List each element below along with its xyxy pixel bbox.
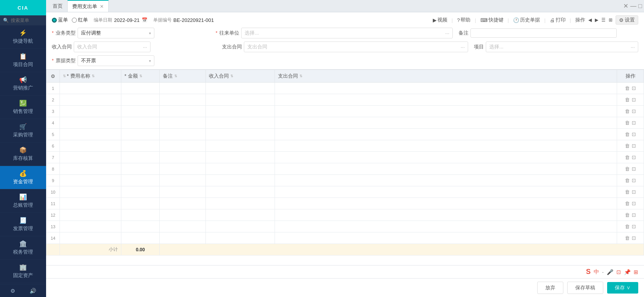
sidebar-item-fixed-assets[interactable]: 🏢固定资产	[0, 260, 46, 283]
remark-cell-5[interactable]	[160, 129, 206, 140]
remark-cell-10[interactable]	[160, 186, 206, 198]
delete-icon-9[interactable]: 🗑	[625, 178, 630, 183]
sidebar-item-purchase-mgmt[interactable]: 🛒采购管理	[0, 119, 46, 143]
remark-cell-7[interactable]	[160, 152, 206, 163]
remark-cell-13[interactable]	[160, 221, 206, 232]
party-dots[interactable]: ···	[445, 30, 449, 36]
expense-contract-cell-3[interactable]	[275, 106, 617, 117]
nav-prev-btn[interactable]: ◀	[588, 17, 592, 23]
remark-cell-1[interactable]	[160, 83, 206, 94]
sidebar-item-ledger-mgmt[interactable]: 📊总账管理	[0, 189, 46, 213]
expense-name-cell-1[interactable]	[60, 83, 121, 94]
remark-cell-6[interactable]	[160, 140, 206, 152]
income-contract-cell-2[interactable]	[206, 94, 275, 106]
expense-name-cell-4[interactable]	[60, 117, 121, 129]
remark-cell-8[interactable]	[160, 163, 206, 175]
shortcut-grid-icon[interactable]: ⊞	[634, 269, 638, 275]
expense-contract-cell-6[interactable]	[275, 140, 617, 152]
window-minimize-icon[interactable]: —	[630, 3, 636, 10]
tab-home[interactable]: 首页	[48, 0, 68, 12]
income-contract-cell-14[interactable]	[206, 232, 275, 244]
delete-icon-4[interactable]: 🗑	[625, 120, 630, 126]
income-contract-cell-10[interactable]	[206, 186, 275, 198]
delete-icon-2[interactable]: 🗑	[625, 97, 630, 103]
sidebar-item-quick-nav[interactable]: ⚡快捷导航	[0, 25, 46, 49]
delete-icon-14[interactable]: 🗑	[625, 235, 630, 241]
table-settings-icon[interactable]: ⚙	[51, 73, 55, 79]
shortcut-mic-icon[interactable]: 🎤	[607, 269, 613, 275]
income-contract-cell-13[interactable]	[206, 221, 275, 232]
tab-close-expense-form[interactable]: ✕	[100, 4, 104, 9]
expense-name-cell-5[interactable]	[60, 129, 121, 140]
save-draft-button[interactable]: 保存草稿	[567, 282, 603, 294]
copy-icon-4[interactable]: ⊡	[632, 120, 636, 126]
remark-cell-14[interactable]	[160, 232, 206, 244]
delete-icon-3[interactable]: 🗑	[625, 108, 630, 114]
amount-cell-14[interactable]	[121, 232, 160, 244]
help-btn[interactable]: ? 帮助	[457, 17, 470, 23]
delete-icon-11[interactable]: 🗑	[625, 201, 630, 206]
sort-icon-expense[interactable]: ⇅	[63, 74, 66, 78]
copy-icon-3[interactable]: ⊡	[632, 108, 636, 114]
expense-contract-cell-9[interactable]	[275, 175, 617, 186]
income-contract-cell-7[interactable]	[206, 152, 275, 163]
amount-cell-6[interactable]	[121, 140, 160, 152]
sidebar-search-area[interactable]: 🔍	[0, 15, 46, 25]
expense-contract-cell-12[interactable]	[275, 209, 617, 221]
shortcut-s-icon[interactable]: S	[586, 268, 591, 276]
expense-name-cell-8[interactable]	[60, 163, 121, 175]
amount-cell-3[interactable]	[121, 106, 160, 117]
biz-type-select[interactable]: 应付调整 ▾	[78, 28, 154, 38]
action-btn[interactable]: 操作	[575, 17, 585, 23]
amount-cell-10[interactable]	[121, 186, 160, 198]
copy-icon-11[interactable]: ⊡	[632, 201, 636, 206]
delete-icon-7[interactable]: 🗑	[625, 154, 630, 160]
delete-icon-1[interactable]: 🗑	[625, 85, 630, 91]
income-contract-cell-8[interactable]	[206, 163, 275, 175]
income-contract-cell-5[interactable]	[206, 129, 275, 140]
expense-contract-cell-7[interactable]	[275, 152, 617, 163]
delete-icon-6[interactable]: 🗑	[625, 143, 630, 149]
sidebar-item-tax-mgmt[interactable]: 🏛️税务管理	[0, 236, 46, 260]
amount-cell-8[interactable]	[121, 163, 160, 175]
sidebar-search-input[interactable]	[11, 18, 43, 23]
copy-icon-7[interactable]: ⊡	[632, 154, 636, 160]
expense-name-cell-11[interactable]	[60, 198, 121, 209]
shortcut-zhong-icon[interactable]: 中	[594, 269, 599, 275]
expense-name-cell-10[interactable]	[60, 186, 121, 198]
copy-icon-10[interactable]: ⊡	[632, 189, 636, 195]
amount-cell-4[interactable]	[121, 117, 160, 129]
amount-cell-11[interactable]	[121, 198, 160, 209]
th-setting[interactable]: ⚙	[46, 70, 60, 83]
remark-input[interactable]	[470, 28, 617, 38]
copy-icon-12[interactable]: ⊡	[632, 212, 636, 218]
volume-icon[interactable]: 🔊	[30, 288, 36, 294]
expense-name-cell-13[interactable]	[60, 221, 121, 232]
shortcut-copy-icon[interactable]: ⊡	[616, 269, 621, 275]
expense-name-cell-2[interactable]	[60, 94, 121, 106]
amount-cell-2[interactable]	[121, 94, 160, 106]
delete-icon-12[interactable]: 🗑	[625, 212, 630, 218]
amount-cell-1[interactable]	[121, 83, 160, 94]
red-bill-radio[interactable]: 红单	[72, 17, 88, 23]
income-contract-cell-3[interactable]	[206, 106, 275, 117]
expense-contract-cell-10[interactable]	[275, 186, 617, 198]
income-contract-select[interactable]: 收入合同 ···	[74, 41, 151, 52]
expense-name-cell-3[interactable]	[60, 106, 121, 117]
settings-icon[interactable]: ⚙	[10, 288, 15, 294]
shortcut-btn[interactable]: ⌨ 快捷键	[480, 17, 503, 23]
income-contract-cell-12[interactable]	[206, 209, 275, 221]
sidebar-item-capital-mgmt[interactable]: 💰资金管理	[0, 166, 46, 189]
delete-icon-5[interactable]: 🗑	[625, 131, 630, 137]
income-contract-cell-1[interactable]	[206, 83, 275, 94]
delete-icon-8[interactable]: 🗑	[625, 166, 630, 172]
income-contract-cell-9[interactable]	[206, 175, 275, 186]
expense-contract-cell-11[interactable]	[275, 198, 617, 209]
grid-view-btn[interactable]: ⊞	[609, 17, 613, 23]
copy-icon-9[interactable]: ⊡	[632, 178, 636, 183]
copy-icon-14[interactable]: ⊡	[632, 235, 636, 241]
expense-contract-select[interactable]: 支出合同 ···	[244, 41, 469, 52]
amount-cell-13[interactable]	[121, 221, 160, 232]
amount-cell-7[interactable]	[121, 152, 160, 163]
copy-icon-6[interactable]: ⊡	[632, 143, 636, 149]
